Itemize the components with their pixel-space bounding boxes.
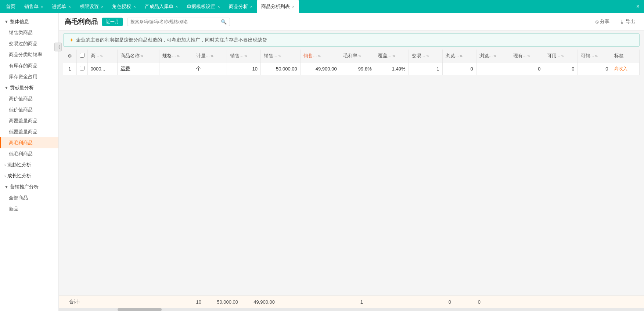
tip-bar: ✦ 企业的主要的利润都是这部分商品创造的，可考虑加大推广，同时关注库存是不要出现… <box>63 33 640 47</box>
close-product-in[interactable]: × <box>176 4 178 9</box>
sidebar-section-marketing[interactable]: ▼ 营销推广分析 <box>0 181 58 192</box>
footer-sale-profit: 49,900.00 <box>241 299 278 305</box>
row-checkbox[interactable] <box>80 66 84 70</box>
tab-role[interactable]: 角色授权 × <box>108 0 140 13</box>
cell-spec <box>159 62 193 75</box>
tab-product-in[interactable]: 产成品入库单 × <box>140 0 182 13</box>
col-sellable-stock[interactable]: 可销...⇅ <box>578 50 611 62</box>
header-actions: ⎋ 分享 ⤓ 导出 <box>593 17 638 26</box>
cell-code: 0000... <box>87 62 118 75</box>
close-sales-order[interactable]: × <box>41 4 43 9</box>
tab-analysis-list[interactable]: 商品分析列表 × <box>257 0 299 13</box>
close-purchase[interactable]: × <box>68 4 71 9</box>
tab-sales-order[interactable]: 销售单 × <box>20 0 47 13</box>
sidebar-item-category-rate[interactable]: 商品分类助销率 <box>0 49 58 60</box>
sidebar-item-low-margin[interactable]: 低毛利商品 <box>0 148 58 159</box>
tab-permission[interactable]: 权限设置 × <box>75 0 108 13</box>
close-role[interactable]: × <box>133 4 136 9</box>
footer-sale-count: 10 <box>175 299 204 305</box>
sidebar-item-traded-goods[interactable]: 交易过的商品 <box>0 38 58 49</box>
tab-purchase[interactable]: 进货单 × <box>47 0 75 13</box>
col-view1[interactable]: 浏览...⇅ <box>442 50 476 62</box>
close-analysis-list[interactable]: × <box>292 4 294 9</box>
search-input[interactable] <box>130 19 221 24</box>
scrollbar-thumb[interactable] <box>118 308 162 311</box>
table-wrapper: ⚙ 商...⇅ 商品名称⇅ 规格...⇅ 计量...⇅ 销售...⇅ 销售...… <box>59 50 644 295</box>
page-title: 高毛利商品 <box>65 17 98 26</box>
sidebar-item-sales-goods[interactable]: 销售类商品 <box>0 27 58 38</box>
sidebar-section-growth[interactable]: › 成长性分析 <box>0 170 58 181</box>
col-unit[interactable]: 计量...⇅ <box>193 50 227 62</box>
arrow-contribution: ▼ <box>4 86 8 90</box>
cell-view1[interactable]: 0 <box>442 62 476 75</box>
footer-sale-amount: 50,000.00 <box>204 299 241 305</box>
col-transaction[interactable]: 交易...⇅ <box>409 50 442 62</box>
col-view2[interactable]: 浏览...⇅ <box>476 50 510 62</box>
tab-home[interactable]: 首页 <box>1 0 20 13</box>
data-table: ⚙ 商...⇅ 商品名称⇅ 规格...⇅ 计量...⇅ 销售...⇅ 销售...… <box>63 50 640 75</box>
sidebar-item-high-coverage[interactable]: 高覆盖量商品 <box>0 115 58 126</box>
sidebar-item-all-goods[interactable]: 全部商品 <box>0 192 58 203</box>
col-code[interactable]: 商...⇅ <box>87 50 118 62</box>
cell-gross-margin: 99.8% <box>340 62 375 75</box>
sidebar-item-in-stock[interactable]: 有库存的商品 <box>0 60 58 71</box>
cell-sale-count: 10 <box>227 62 261 75</box>
cell-transaction: 1 <box>409 62 442 75</box>
col-settings[interactable]: ⚙ <box>63 50 76 62</box>
cell-tag: 高收入 <box>611 62 640 75</box>
close-product-analysis[interactable]: × <box>250 4 252 9</box>
arrow-overall: ▼ <box>4 19 8 24</box>
cell-sellable-stock: 0 <box>578 62 611 75</box>
arrow-flow: › <box>4 163 6 167</box>
tab-product-analysis[interactable]: 商品分析 × <box>224 0 257 13</box>
sidebar-item-low-value[interactable]: 低价值商品 <box>0 104 58 115</box>
col-spec[interactable]: 规格...⇅ <box>159 50 193 62</box>
cell-coverage: 1.49% <box>375 62 409 75</box>
col-current-stock[interactable]: 现有...⇅ <box>510 50 544 62</box>
footer-available-stock: 0 <box>454 299 483 305</box>
sidebar-section-contribution[interactable]: ▼ 贡献量分析 <box>0 82 58 93</box>
content-area: 高毛利商品 近一月 🔍 ⎋ 分享 ⤓ 导出 ✦ 企业的主要的利润都是这部分商品创… <box>59 13 644 311</box>
close-window[interactable]: × <box>636 3 643 10</box>
tab-bar: 首页 销售单 × 进货单 × 权限设置 × 角色授权 × 产成品入库单 × 单据… <box>0 0 644 13</box>
col-coverage[interactable]: 覆盖...⇅ <box>375 50 409 62</box>
col-gross-margin[interactable]: 毛利率⇅ <box>340 50 375 62</box>
arrow-marketing: ▼ <box>4 185 8 189</box>
cell-current-stock: 0 <box>510 62 544 75</box>
cell-available-stock: 0 <box>544 62 578 75</box>
filter-recent-month[interactable]: 近一月 <box>102 18 123 26</box>
sidebar-item-high-value[interactable]: 高价值商品 <box>0 93 58 104</box>
arrow-growth: › <box>4 174 6 178</box>
col-name[interactable]: 商品名称⇅ <box>118 50 159 62</box>
cell-checkbox <box>76 62 87 75</box>
sidebar-item-new-goods[interactable]: 新品 <box>0 203 58 214</box>
sidebar-item-stock-capital[interactable]: 库存资金占用 <box>0 71 58 82</box>
col-sale-profit[interactable]: 销售...⇅ <box>300 50 340 62</box>
col-available-stock[interactable]: 可用...⇅ <box>544 50 578 62</box>
search-icon[interactable]: 🔍 <box>221 19 227 25</box>
content-header: 高毛利商品 近一月 🔍 ⎋ 分享 ⤓ 导出 <box>59 13 644 30</box>
scrollbar-area[interactable] <box>59 308 644 311</box>
search-box: 🔍 <box>127 18 230 26</box>
tab-template[interactable]: 单据模板设置 × <box>182 0 224 13</box>
col-tag[interactable]: 标签 <box>611 50 640 62</box>
sidebar-section-flow[interactable]: › 流趋性分析 <box>0 159 58 170</box>
col-sale-amount[interactable]: 销售...⇅ <box>261 50 301 62</box>
export-icon: ⤓ <box>620 19 624 25</box>
cell-name[interactable]: 运费 <box>118 62 159 75</box>
cell-unit: 个 <box>193 62 227 75</box>
export-button[interactable]: ⤓ 导出 <box>617 17 638 26</box>
close-permission[interactable]: × <box>101 4 103 9</box>
share-button[interactable]: ⎋ 分享 <box>593 17 612 26</box>
cell-sale-profit: 49,900.00 <box>300 62 340 75</box>
sidebar-item-high-margin[interactable]: 高毛利商品 <box>0 137 58 148</box>
col-sale-count[interactable]: 销售...⇅ <box>227 50 261 62</box>
select-all-checkbox[interactable] <box>80 53 84 58</box>
collapse-sidebar-button[interactable]: 《 <box>54 43 62 51</box>
share-icon: ⎋ <box>596 19 598 25</box>
footer-label: 合计: <box>65 299 123 305</box>
table-header-row: ⚙ 商...⇅ 商品名称⇅ 规格...⇅ 计量...⇅ 销售...⇅ 销售...… <box>63 50 640 62</box>
sidebar-section-overall[interactable]: ▼ 整体信息 <box>0 16 58 27</box>
close-template[interactable]: × <box>217 4 220 9</box>
sidebar-item-low-coverage[interactable]: 低覆盖量商品 <box>0 126 58 137</box>
